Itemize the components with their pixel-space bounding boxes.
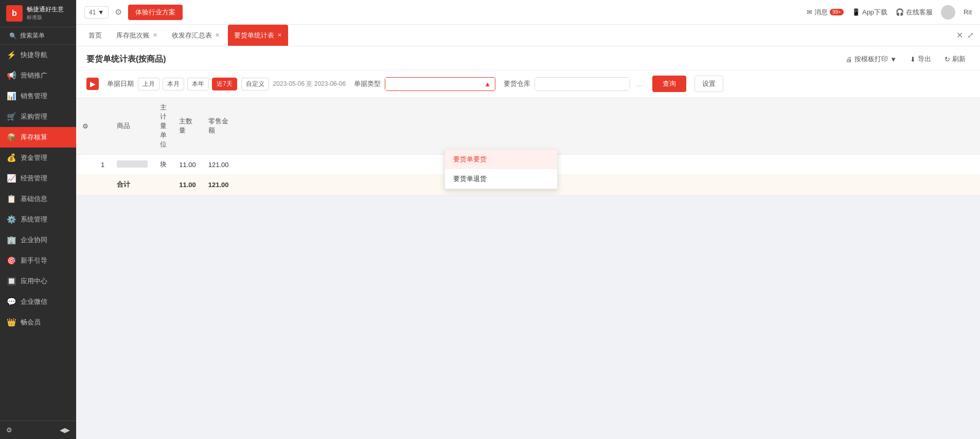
sidebar-item-basic[interactable]: 📋 基础信息 xyxy=(0,189,76,209)
custom-date-btn[interactable]: 自定义 xyxy=(241,78,269,90)
tabbar-actions: ✕ ⤢ xyxy=(956,30,974,40)
avatar[interactable] xyxy=(941,5,955,20)
date-filter-label: 单据日期 xyxy=(107,79,134,88)
sidebar-item-label-guide: 新手引导 xyxy=(21,256,47,265)
topbar-right: ✉ 消息 99+ 📱 App下载 🎧 在线客服 Rit xyxy=(807,5,972,20)
sidebar-item-purchase[interactable]: 🛒 采购管理 xyxy=(0,106,76,127)
operations-icon: 📈 xyxy=(6,173,16,184)
doc-type-dropdown: 要货单要货 要货单退货 xyxy=(444,149,558,189)
logo-icon: b xyxy=(6,5,23,22)
footer-extra xyxy=(235,175,980,195)
row-settings-0 xyxy=(76,155,95,175)
collapse-icon[interactable]: ◀▶ xyxy=(60,426,70,434)
enterprise-icon: 🏢 xyxy=(6,235,16,245)
sidebar-item-member[interactable]: 👑 畅会员 xyxy=(0,312,76,333)
sidebar-item-apps[interactable]: 🔲 应用中心 xyxy=(0,271,76,291)
col-amount-header: 零售金额 xyxy=(202,98,235,155)
topbar-settings-icon[interactable]: ⚙ xyxy=(115,7,122,17)
sidebar-item-inventory[interactable]: 📦 库存核算 xyxy=(0,127,76,148)
filter-expand-btn[interactable]: ▶ xyxy=(86,78,99,90)
message-label: 消息 xyxy=(814,8,828,17)
date-range-display: 2023-05-06 至 2023-06-06 xyxy=(273,80,346,88)
export-btn[interactable]: ⬇ 导出 xyxy=(906,52,935,66)
tab-home[interactable]: 首页 xyxy=(82,25,108,46)
trial-button[interactable]: 体验行业方案 xyxy=(128,5,183,20)
tab-close-collect-summary[interactable]: ✕ xyxy=(215,32,220,39)
doc-type-select[interactable]: ▲ xyxy=(385,77,495,91)
sidebar-item-sales[interactable]: 📊 销售管理 xyxy=(0,86,76,106)
user-name: Rit xyxy=(964,8,972,16)
search-icon: 🔍 xyxy=(9,32,17,40)
sidebar-nav: ⚡ 快捷导航 📢 营销推广 📊 销售管理 🛒 采购管理 📦 库存核算 💰 资金管… xyxy=(0,45,76,420)
tab-order-summary[interactable]: 要货单统计表 ✕ xyxy=(228,25,288,46)
sidebar-item-label-member: 畅会员 xyxy=(21,318,41,327)
row-product-0 xyxy=(111,155,154,175)
message-icon: ✉ xyxy=(807,8,812,16)
tab-collect-summary[interactable]: 收发存汇总表 ✕ xyxy=(166,25,226,46)
date-option-0[interactable]: 上月 xyxy=(138,78,159,90)
warehouse-input[interactable] xyxy=(535,78,630,90)
main-area: 41 ▼ ⚙ 体验行业方案 ✉ 消息 99+ 📱 App下载 🎧 在线客服 Ri… xyxy=(76,0,980,439)
online-service-btn[interactable]: 🎧 在线客服 xyxy=(896,8,933,17)
system-icon: ⚙️ xyxy=(6,214,16,225)
row-quantity-0: 11.00 xyxy=(173,155,202,175)
date-option-2[interactable]: 本年 xyxy=(187,78,209,90)
purchase-icon: 🛒 xyxy=(6,112,16,122)
sidebar-item-system[interactable]: ⚙️ 系统管理 xyxy=(0,209,76,230)
close-all-icon[interactable]: ✕ xyxy=(956,30,963,40)
sidebar-item-finance[interactable]: 💰 资金管理 xyxy=(0,148,76,168)
sidebar: b 畅捷通好生意 标准版 🔍 搜索菜单 ⚡ 快捷导航 📢 营销推广 📊 销售管理… xyxy=(0,0,76,439)
store-selector[interactable]: 41 ▼ xyxy=(84,6,109,19)
warehouse-select[interactable] xyxy=(534,77,630,91)
sidebar-item-enterprise[interactable]: 🏢 企业协同 xyxy=(0,230,76,250)
headset-icon: 🎧 xyxy=(896,8,904,16)
sidebar-item-guide[interactable]: 🎯 新手引导 xyxy=(0,250,76,271)
column-settings[interactable]: ⚙ xyxy=(76,98,95,155)
sidebar-item-operations[interactable]: 📈 经营管理 xyxy=(0,168,76,189)
date-option-3[interactable]: 近7天 xyxy=(212,78,237,90)
tab-close-order-summary[interactable]: ✕ xyxy=(277,32,282,39)
warehouse-label: 要货仓库 xyxy=(504,79,530,88)
sidebar-item-marketing[interactable]: 📢 营销推广 xyxy=(0,65,76,86)
query-button[interactable]: 查询 xyxy=(652,76,686,92)
sidebar-search[interactable]: 🔍 搜索菜单 xyxy=(0,27,76,45)
message-btn[interactable]: ✉ 消息 99+ xyxy=(807,8,844,17)
content-area: 要货单统计表(按商品) 🖨 按模板打印 ▼ ⬇ 导出 ↻ 刷新 ▶ xyxy=(76,46,980,439)
doc-type-input[interactable] xyxy=(385,78,480,90)
sidebar-item-label-finance: 资金管理 xyxy=(21,153,47,162)
filter-more-icon[interactable]: ... xyxy=(634,80,644,88)
refresh-btn[interactable]: ↻ 刷新 xyxy=(940,52,970,66)
doc-type-arrow-icon[interactable]: ▲ xyxy=(480,80,495,88)
sidebar-item-wechat[interactable]: 💬 企业微信 xyxy=(0,291,76,312)
tab-label-order-summary: 要货单统计表 xyxy=(234,31,274,40)
tab-close-inventory-batch[interactable]: ✕ xyxy=(153,32,157,39)
col-quantity-header: 主数量 xyxy=(173,98,202,155)
tab-inventory-batch[interactable]: 库存批次账 ✕ xyxy=(110,25,164,46)
date-option-1[interactable]: 本月 xyxy=(163,78,184,90)
dropdown-option-1[interactable]: 要货单退货 xyxy=(445,169,557,189)
expand-icon[interactable]: ⤢ xyxy=(967,30,974,40)
export-icon: ⬇ xyxy=(910,56,916,63)
print-btn[interactable]: 🖨 按模板打印 ▼ xyxy=(842,52,901,66)
footer-no xyxy=(95,175,111,195)
date-quick-options: 上月本月本年近7天 xyxy=(138,78,237,90)
col-no-header xyxy=(95,98,111,155)
print-label: 按模板打印 xyxy=(854,54,888,64)
sidebar-item-quick-nav[interactable]: ⚡ 快捷导航 xyxy=(0,45,76,65)
settings-icon[interactable]: ⚙ xyxy=(6,426,12,434)
inventory-icon: 📦 xyxy=(6,132,16,142)
sidebar-search-label: 搜索菜单 xyxy=(20,31,45,40)
col-unit-header: 主计量单位 xyxy=(154,98,173,155)
sidebar-item-label-apps: 应用中心 xyxy=(21,277,47,286)
row-extra-0 xyxy=(235,155,980,175)
sidebar-item-label-enterprise: 企业协同 xyxy=(21,235,47,245)
date-filter-group: 单据日期 上月本月本年近7天 自定义 2023-05-06 至 2023-06-… xyxy=(107,78,346,90)
dropdown-option-0[interactable]: 要货单要货 xyxy=(445,150,557,169)
quick-nav-icon: ⚡ xyxy=(6,50,16,60)
sidebar-item-label-wechat: 企业微信 xyxy=(21,297,47,306)
app-download-btn[interactable]: 📱 App下载 xyxy=(852,8,887,17)
filter-bar: ▶ 单据日期 上月本月本年近7天 自定义 2023-05-06 至 2023-0… xyxy=(76,70,980,98)
row-amount-0: 121.00 xyxy=(202,155,235,175)
page-actions: 🖨 按模板打印 ▼ ⬇ 导出 ↻ 刷新 xyxy=(842,52,970,66)
settings-button[interactable]: 设置 xyxy=(694,76,723,92)
